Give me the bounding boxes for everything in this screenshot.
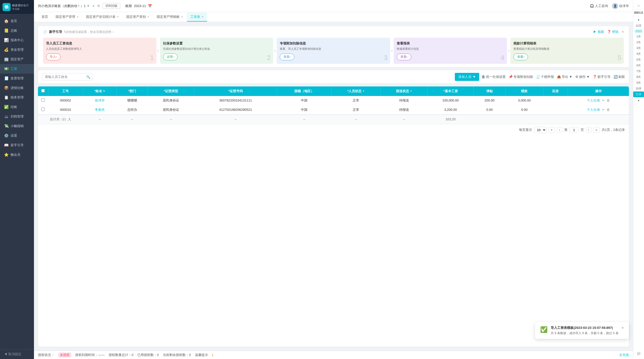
special-deduct-btn[interactable]: 📌 专项附加扣除 [509,75,533,79]
tax-report-btn[interactable]: 🧾 个税申报 [536,75,554,79]
tab-fixed-asset-mgmt-close[interactable]: × [77,15,78,19]
sidebar-item-closing[interactable]: ✅ 结账 [0,102,34,112]
calendar-icon[interactable]: 📅 [148,4,152,8]
month-4[interactable]: 4月 [633,51,644,57]
tab-depreciation-close[interactable]: × [117,15,119,19]
switch-version-button[interactable]: 切到旧版 [103,3,120,9]
sidebar-item-guide[interactable]: 📖 新手引导 [0,140,34,150]
row2-edit-icon[interactable]: ✏ [602,108,605,112]
upgrade-link[interactable]: 去充值 [619,353,629,357]
sidebar-item-ledger[interactable]: 📒 总账 [0,26,34,35]
table-body: 000002 徐泽华 嗯嗯嗯 居民身份证 360782200104131111 … [38,96,629,124]
settings-gear-icon[interactable]: ⚙ [97,4,100,8]
row1-delete-icon[interactable]: 🗑 [607,98,610,102]
account-selector[interactable]: 刘小艳演示账套（勿删勿动！）1 ▼ [38,4,90,8]
step-2-btn[interactable]: 设置› [163,54,178,60]
tab-fixed-asset-type[interactable]: 固定资产类别 × [123,13,153,22]
sidebar-item-member[interactable]: ⭐ 畅会员 [0,150,34,160]
last-page-btn[interactable]: » [593,127,600,133]
row1-social-btn[interactable]: 个人社保 [587,98,600,102]
sidebar-item-reports-label: 报表中心 [11,38,24,42]
row1-name[interactable]: 徐泽华 [83,96,117,105]
sidebar-item-fixed-assets[interactable]: 🏢 固定资产 [0,55,34,64]
month-10[interactable]: 10月 [633,86,644,91]
month-6[interactable]: 6月 [633,63,644,68]
sidebar-item-tax-label: 税务管理 [11,95,24,100]
tab-home[interactable]: 首页 [38,13,52,22]
consult-button[interactable]: 🎧 人工咨询 [590,4,608,8]
sidebar-item-tax[interactable]: 📋 税务管理 [0,93,34,102]
page-input[interactable] [570,127,579,133]
scroll-up-icon[interactable]: ▲ [634,16,643,23]
tab-fixed-asset-detail-label: 固定资产明细账 [157,15,180,19]
select-all-checkbox[interactable] [41,89,45,92]
sidebar-item-inventory[interactable]: 📦 进销台账 [0,83,34,93]
prev-page-btn[interactable]: ‹ [557,127,562,133]
sidebar-item-settings[interactable]: ⚙️ 设置 [0,131,34,140]
col-report-status[interactable]: 报送状态 ▼ [381,86,427,96]
row2-checkbox[interactable] [38,105,48,115]
sidebar-item-expense[interactable]: 💸 小畅报销 [0,121,34,131]
step-5-btn[interactable]: 查看› [513,54,528,60]
guide-video-link[interactable]: ▶ 视频 [593,30,604,34]
row2-social-btn[interactable]: 个人社保 [587,108,600,112]
operations-btn[interactable]: ⚙ 操作 ▼ [575,75,590,79]
sidebar-item-home[interactable]: 🏠 首页 [0,16,34,26]
tab-fixed-asset-detail[interactable]: 固定资产明细账 × [153,13,186,22]
export-btn[interactable]: 📤 导出 ▼ [557,75,572,79]
sidebar-item-invoices[interactable]: 🧾 发票管理 [0,74,34,83]
step-3-btn[interactable]: 查看› [280,54,294,60]
user-profile[interactable]: 👤 徐泽华 [612,3,629,9]
month-12[interactable]: 12月 [633,23,644,29]
unpin-sidebar-button[interactable]: ◀ 取消固定 [0,349,34,359]
month-3[interactable]: 3月 [633,45,644,51]
row2-name[interactable]: 李俊杰 [83,105,117,115]
tab-fixed-asset-mgmt[interactable]: 固定资产管理 × [52,13,82,22]
row2-delete-icon[interactable]: 🗑 [607,108,610,112]
month-9[interactable]: 9月 [633,80,644,86]
right-panel-toggle[interactable]: ‹‹ [633,2,644,9]
month-7[interactable]: 7月 [633,68,644,74]
scroll-down-icon[interactable]: ▼ [634,97,643,104]
per-page-select[interactable]: 10 20 50 [534,127,546,133]
col-name[interactable]: *姓名 ⇅ [83,86,117,96]
add-account-icon[interactable]: + [92,4,95,8]
sidebar-item-archive[interactable]: 🗂 归档管理 [0,112,34,121]
name-sort-icon[interactable]: ⇅ [103,90,105,92]
step-1-btn[interactable]: 导入› [46,54,61,60]
status-filter-icon[interactable]: ▼ [363,90,365,92]
tab-payroll-table-close[interactable]: × [202,15,204,19]
month-1[interactable]: 1月 [633,34,644,39]
col-status[interactable]: *人员状态 ▼ [331,86,381,96]
guide-help-link[interactable]: ❓ 帮助 [607,30,619,34]
search-input[interactable] [42,73,92,80]
row1-checkbox[interactable] [38,96,48,105]
tab-payroll-table[interactable]: 工资表 × [187,13,207,22]
toast-close-btn[interactable]: × [622,326,624,330]
step-2-desc: 完成社保参数设置自动计算社保公积金 [163,47,270,51]
month-5[interactable]: 5月 [633,57,644,63]
first-page-btn[interactable]: « [548,127,555,133]
step-4-btn[interactable]: 查看› [397,54,411,60]
refresh-btn[interactable]: 🔄 刷新 [614,75,625,79]
guide-close-icon[interactable]: × [622,30,624,34]
month-8[interactable]: 8月 [633,74,644,80]
row2-should-pay [543,105,568,115]
guide-link-btn[interactable]: ❓ 新手引导 [593,75,611,79]
tab-fixed-asset-detail-close[interactable]: × [181,15,183,19]
next-page-btn[interactable]: › [586,127,591,133]
month-2[interactable]: 2月 [633,39,644,45]
sidebar-item-reports[interactable]: 📊 报表中心 [0,35,34,45]
row1-edit-icon[interactable]: ✏ [602,98,605,102]
add-person-button[interactable]: 添加人员 ▼ [455,73,479,81]
sidebar-item-funds[interactable]: 💰 资金管理 [0,45,34,55]
month-11[interactable]: 11月 [633,91,644,97]
tab-fixed-asset-type-close[interactable]: × [147,15,149,19]
feedback-icon[interactable]: 💬 [634,350,643,357]
tab-depreciation[interactable]: 固定资产折旧统计表 × [83,13,122,22]
search-icon[interactable]: 🔍 [86,75,90,79]
topbar: 刘小艳演示账套（勿删勿动！）1 ▼ + ⚙ 切到旧版 账期 2023-11 📅 … [34,0,633,12]
report-status-filter-icon[interactable]: ▼ [410,90,412,92]
social-insurance-btn[interactable]: 🏦 统一社保设置 [481,75,506,79]
sidebar-item-payroll[interactable]: 💵 工资 [0,64,34,74]
